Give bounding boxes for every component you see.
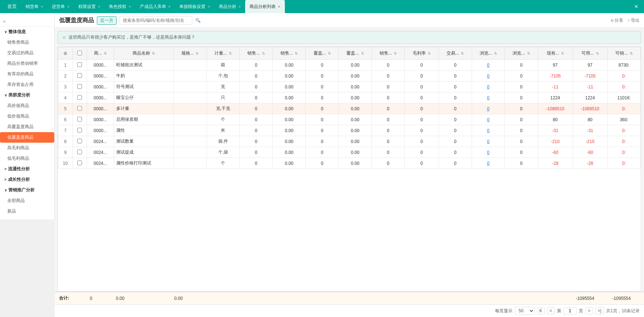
last-page-btn[interactable]: >| bbox=[595, 307, 604, 314]
row-checkbox[interactable] bbox=[72, 125, 87, 136]
row-browse1[interactable]: 0 bbox=[472, 71, 505, 82]
sidebar-section-flow[interactable]: > 流通性分析 bbox=[0, 164, 54, 174]
row-select-checkbox[interactable] bbox=[77, 117, 82, 122]
row-select-checkbox[interactable] bbox=[77, 62, 82, 67]
sidebar-section-growth[interactable]: > 成长性分析 bbox=[0, 174, 54, 185]
search-icon[interactable]: 🔍 bbox=[195, 18, 201, 23]
nav-role[interactable]: 角色授权 × bbox=[105, 0, 135, 13]
col-unit[interactable]: 计量... ⇅ bbox=[207, 47, 240, 60]
nav-purchase[interactable]: 进货单 × bbox=[47, 0, 74, 13]
row-browse1[interactable]: 0 bbox=[472, 82, 505, 92]
row-select-checkbox[interactable] bbox=[77, 161, 82, 165]
row-select-checkbox[interactable] bbox=[77, 106, 82, 111]
row-name[interactable]: 符号测试 bbox=[114, 82, 174, 92]
sidebar-item-low-coverage[interactable]: 低覆盖度商品 bbox=[0, 132, 54, 143]
sidebar-item-low-value[interactable]: 低价值商品 bbox=[0, 111, 54, 122]
sidebar-section-marketing[interactable]: ∨ 营销推广分析 bbox=[0, 185, 54, 195]
nav-product-analysis[interactable]: 商品分析 × bbox=[215, 0, 245, 13]
row-browse1[interactable]: 0 bbox=[472, 114, 505, 125]
sidebar-item-new-products[interactable]: 新品 bbox=[0, 206, 54, 217]
row-checkbox[interactable] bbox=[72, 158, 87, 169]
sidebar-item-stock-capital[interactable]: 库存资金占用 bbox=[0, 79, 54, 90]
sidebar-item-category-rate[interactable]: 商品分类动销率 bbox=[0, 58, 54, 69]
row-select-checkbox[interactable] bbox=[77, 84, 82, 89]
row-checkbox[interactable] bbox=[72, 147, 87, 158]
row-name[interactable]: 属性价格打印测试 bbox=[114, 158, 174, 169]
row-browse1[interactable]: 0 bbox=[472, 92, 505, 103]
row-select-checkbox[interactable] bbox=[77, 95, 82, 100]
sidebar-section-overall[interactable]: ∨ 整体信息 bbox=[0, 27, 54, 37]
col-checkbox[interactable] bbox=[72, 47, 87, 60]
close-icon[interactable]: × bbox=[168, 4, 170, 9]
row-name[interactable]: 睡宝公仔 bbox=[114, 92, 174, 103]
row-name[interactable]: 属性 bbox=[114, 125, 174, 136]
row-name[interactable]: 旺辅批次测试 bbox=[114, 60, 174, 71]
row-checkbox[interactable] bbox=[72, 60, 87, 71]
row-select-checkbox[interactable] bbox=[77, 139, 82, 143]
sidebar-item-sales-products[interactable]: 销售类商品 bbox=[0, 37, 54, 48]
nav-template[interactable]: 单据模板设置 × bbox=[175, 0, 214, 13]
col-coverage1[interactable]: 覆盖... ⇅ bbox=[306, 47, 339, 60]
close-icon[interactable]: × bbox=[208, 4, 210, 9]
col-name[interactable]: 商品名称 ⇅ bbox=[114, 47, 174, 60]
sidebar-item-with-stock[interactable]: 有库存的商品 bbox=[0, 69, 54, 79]
close-icon[interactable]: × bbox=[41, 4, 43, 9]
share-button[interactable]: ⎋ 分享 bbox=[611, 17, 623, 24]
row-browse1[interactable]: 0 bbox=[472, 125, 505, 136]
sidebar-item-high-value[interactable]: 高价值商品 bbox=[0, 100, 54, 111]
close-icon[interactable]: × bbox=[98, 4, 100, 9]
first-page-btn[interactable]: K bbox=[537, 307, 545, 314]
row-name[interactable]: 启用保质期 bbox=[114, 114, 174, 125]
row-name[interactable]: 牛奶 bbox=[114, 71, 174, 82]
row-browse1[interactable]: 0 bbox=[472, 60, 505, 71]
col-sales3[interactable]: 销售... ⇅ bbox=[372, 47, 405, 60]
row-name[interactable]: 测试提成 bbox=[114, 147, 174, 158]
row-browse1[interactable]: 0 bbox=[472, 103, 505, 114]
row-checkbox[interactable] bbox=[72, 114, 87, 125]
nav-product-entry[interactable]: 产成品入库单 × bbox=[136, 0, 175, 13]
page-size-select[interactable]: 20 50 100 200 bbox=[515, 307, 535, 315]
sidebar-collapse-btn[interactable]: « bbox=[3, 18, 6, 24]
col-browse2[interactable]: 浏览... ⇅ bbox=[505, 47, 538, 60]
row-checkbox[interactable] bbox=[72, 136, 87, 147]
prev-page-btn[interactable]: < bbox=[547, 307, 555, 314]
nav-close-all[interactable]: × bbox=[631, 3, 641, 11]
col-code[interactable]: 商... ⇅ bbox=[87, 47, 114, 60]
nav-product-analysis-list[interactable]: 商品分析列表 × bbox=[245, 0, 284, 13]
col-spec[interactable]: 规格... ⇅ bbox=[173, 47, 207, 60]
col-current-stock[interactable]: 现有... ⇅ bbox=[538, 47, 573, 60]
search-input[interactable] bbox=[119, 16, 192, 25]
close-icon[interactable]: × bbox=[278, 4, 280, 9]
sidebar-item-traded-products[interactable]: 交易过的商品 bbox=[0, 48, 54, 58]
close-icon[interactable]: × bbox=[239, 4, 241, 9]
row-checkbox[interactable] bbox=[72, 92, 87, 103]
sidebar-item-high-coverage[interactable]: 高覆盖度商品 bbox=[0, 122, 54, 132]
row-browse1[interactable]: 0 bbox=[472, 158, 505, 169]
table-wrapper[interactable]: ⚙ 商... ⇅ 商品名称 ⇅ 规格... ⇅ 计量... ⇅ 销售... ⇅ … bbox=[58, 47, 641, 292]
row-select-checkbox[interactable] bbox=[77, 73, 82, 78]
select-all-checkbox[interactable] bbox=[77, 51, 82, 55]
col-sales-qty[interactable]: 销售... ⇅ bbox=[240, 47, 273, 60]
time-filter-button[interactable]: 近一月 bbox=[97, 16, 117, 25]
close-icon[interactable]: × bbox=[129, 4, 131, 9]
row-name[interactable]: 多计量 bbox=[114, 103, 174, 114]
col-settings[interactable]: ⚙ bbox=[58, 47, 73, 60]
nav-home[interactable]: 首页 bbox=[3, 0, 21, 13]
col-coverage2[interactable]: 覆盖... ⇅ bbox=[339, 47, 372, 60]
row-select-checkbox[interactable] bbox=[77, 150, 82, 154]
row-name[interactable]: 测试数量 bbox=[114, 136, 174, 147]
close-icon[interactable]: × bbox=[67, 4, 69, 9]
sidebar-item-high-profit[interactable]: 高毛利商品 bbox=[0, 143, 54, 153]
col-browse1[interactable]: 浏览... ⇅ bbox=[472, 47, 505, 60]
row-select-checkbox[interactable] bbox=[77, 128, 82, 132]
next-page-btn[interactable]: > bbox=[585, 307, 593, 314]
sidebar-item-all-products[interactable]: 全部商品 bbox=[0, 195, 54, 206]
sidebar-section-cluster[interactable]: ∨ 类群度分析 bbox=[0, 90, 54, 100]
col-available[interactable]: 可用... ⇅ bbox=[573, 47, 608, 60]
nav-permission[interactable]: 权限设置 × bbox=[74, 0, 105, 13]
col-sales-amt[interactable]: 销售... ⇅ bbox=[272, 47, 306, 60]
row-browse1[interactable]: 0 bbox=[472, 136, 505, 147]
row-browse1[interactable]: 0 bbox=[472, 147, 505, 158]
col-transaction[interactable]: 交易... ⇅ bbox=[439, 47, 472, 60]
row-checkbox[interactable] bbox=[72, 71, 87, 82]
